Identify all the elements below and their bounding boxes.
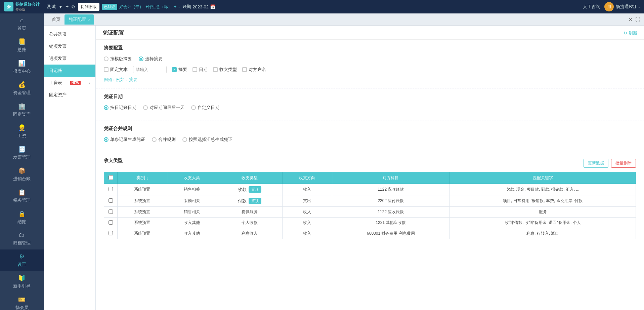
- sidebar-item-home[interactable]: ⌂ 首页: [0, 13, 44, 35]
- td-checkbox-5[interactable]: [104, 228, 118, 239]
- td-type-3: 提供服务: [217, 207, 282, 218]
- settings-icon[interactable]: ⚙: [71, 4, 75, 9]
- td-checkbox-1[interactable]: [104, 184, 118, 195]
- left-nav-public[interactable]: 公共选项: [44, 28, 95, 40]
- row-checkbox-1[interactable]: [109, 187, 113, 191]
- sidebar-item-archive[interactable]: 🗂 归档管理: [0, 228, 44, 249]
- radio-merge-rule[interactable]: 合并规则: [152, 137, 176, 143]
- badge-2: +好生意（标）: [145, 4, 172, 10]
- sidebar-label-invoice: 发票管理: [13, 154, 31, 160]
- user-avatar-area[interactable]: 用 畅捷通B组...: [604, 2, 640, 11]
- consult-link[interactable]: 人工咨询: [583, 4, 600, 10]
- sidebar-label-payroll: 工资: [17, 133, 26, 139]
- topbar-right: 人工咨询 用 畅捷通B组...: [583, 2, 640, 11]
- radio-single-record[interactable]: 单条记录生成凭证: [104, 137, 145, 143]
- left-nav-fixed-assets[interactable]: 固定资产: [44, 89, 95, 101]
- row-checkbox-4[interactable]: [109, 220, 113, 225]
- td-checkbox-3[interactable]: [104, 207, 118, 218]
- ledger-icon: 📒: [18, 38, 26, 45]
- radio-template-summary[interactable]: 按模版摘要: [104, 56, 132, 62]
- maximize-window-icon[interactable]: ⛶: [635, 17, 640, 22]
- td-account-4: 1221 其他应收款: [332, 218, 450, 228]
- add-button[interactable]: +: [66, 4, 69, 10]
- checkbox-date[interactable]: 日期: [192, 67, 208, 73]
- td-direction-4: 收入: [282, 218, 332, 228]
- tab-voucher-config[interactable]: 凭证配置 ×: [65, 14, 94, 25]
- sidebar-item-member[interactable]: 🎫 畅会员: [0, 293, 44, 310]
- checkbox-income-type[interactable]: 收支类型: [213, 67, 237, 73]
- period-value: 2023-02: [192, 4, 209, 9]
- fixed-text-input[interactable]: [133, 66, 167, 73]
- sidebar-item-ledger[interactable]: 📒 总账: [0, 35, 44, 56]
- td-direction-5: 收入: [282, 228, 332, 239]
- row-checkbox-2[interactable]: [109, 198, 113, 203]
- sidebar-item-reports[interactable]: 📊 报表中心: [0, 56, 44, 78]
- td-checkbox-4[interactable]: [104, 218, 118, 228]
- td-keywords-1: 欠款, 现金, 项目款, 到款, 报销款, 汇入, ...: [450, 184, 636, 195]
- radio-select-summary[interactable]: 选择摘要: [139, 56, 163, 62]
- td-checkbox-2[interactable]: [104, 195, 118, 207]
- invoice-icon: 🧾: [18, 146, 26, 153]
- calendar-icon[interactable]: 📅: [210, 4, 215, 9]
- td-major-4: 收入其他: [167, 218, 217, 228]
- radio-period-last-day[interactable]: 对应期间最后一天: [143, 105, 184, 111]
- checkbox-counterparty[interactable]: 对方户名: [242, 67, 266, 73]
- radio-aggregate[interactable]: 按照选择汇总生成凭证: [182, 137, 232, 143]
- checkbox-box-summary: ✓: [172, 67, 177, 72]
- sidebar-item-settings[interactable]: ⚙ 设置: [0, 249, 44, 271]
- sidebar-item-payroll[interactable]: 👷 工资: [0, 121, 44, 142]
- update-data-button[interactable]: 更新数据: [584, 159, 608, 168]
- username: 畅捷通B组...: [616, 4, 640, 10]
- logo-text: 畅捷通好会计: [15, 2, 40, 7]
- sidebar-item-tax[interactable]: 📋 税务管理: [0, 185, 44, 207]
- td-account-5: 660301 财务费用 利息费用: [332, 228, 450, 239]
- td-keywords-4: 收到*借款, 收到*备用金, 退回*备用金, 个人: [450, 218, 636, 228]
- sidebar-item-closing[interactable]: 🔒 结账: [0, 207, 44, 228]
- date-title: 凭证日期: [104, 94, 636, 100]
- switch-version-button[interactable]: 切到旧版: [78, 3, 99, 11]
- close-window-icon[interactable]: ✕: [629, 17, 633, 22]
- th-checkbox[interactable]: [104, 172, 118, 184]
- checkbox-summary[interactable]: ✓ 摘要: [172, 67, 187, 73]
- example-text: 例如：例如：摘要: [104, 77, 636, 83]
- merge-section: 凭证合并规则 单条记录生成凭证 合并规则 按照选择汇总生成凭证: [96, 120, 644, 152]
- tab-bar: 首页 凭证配置 × ✕ ⛶: [44, 13, 644, 26]
- badge-1: 好会计（专）: [119, 4, 143, 10]
- th-income-type: 收支类型: [217, 172, 282, 184]
- batch-delete-button[interactable]: 批量删除: [611, 159, 636, 168]
- checkbox-box-date: [192, 67, 197, 72]
- row-checkbox-5[interactable]: [109, 231, 113, 235]
- sidebar-item-purchase[interactable]: 📦 进销台账: [0, 164, 44, 185]
- radio-journal-date[interactable]: 按日记账日期: [104, 105, 136, 111]
- sidebar-item-guide[interactable]: 🔰 新手引导: [0, 271, 44, 293]
- sidebar-item-assets[interactable]: 🏢 固定资产: [0, 99, 44, 121]
- checkbox-box-counterparty: [242, 67, 247, 72]
- badge-3: +...: [174, 4, 180, 9]
- left-nav-purchase-invoice[interactable]: 进项发票: [44, 52, 95, 65]
- purchase-icon: 📦: [18, 167, 26, 175]
- sidebar-label-guide: 新手引导: [13, 283, 31, 289]
- td-category-3: 系统预置: [118, 207, 167, 218]
- th-category[interactable]: 类别↓: [118, 172, 167, 184]
- left-nav-payroll-sheet[interactable]: 工资表 NEW ›: [44, 77, 95, 89]
- sidebar-item-funds[interactable]: 💰 资金管理: [0, 78, 44, 99]
- tab-close-icon[interactable]: ×: [88, 17, 90, 22]
- sidebar-item-invoice[interactable]: 🧾 发票管理: [0, 142, 44, 164]
- company-dropdown-icon[interactable]: ▼: [58, 4, 63, 9]
- company-name: 测试: [47, 4, 56, 10]
- row-checkbox-3[interactable]: [109, 209, 113, 214]
- select-all-checkbox[interactable]: [109, 175, 113, 180]
- top-tag-2[interactable]: 置顶: [249, 198, 261, 204]
- merge-radio-group: 单条记录生成凭证 合并规则 按照选择汇总生成凭证: [104, 137, 636, 143]
- sidebar-label-ledger: 总账: [17, 47, 26, 53]
- tab-home[interactable]: 首页: [48, 14, 65, 25]
- td-category-1: 系统预置: [118, 184, 167, 195]
- left-nav-journal[interactable]: 日记账: [44, 65, 95, 77]
- radio-custom-date[interactable]: 自定义日期: [191, 105, 219, 111]
- status-badges: 已认证 好会计（专） +好生意（标） +...: [102, 4, 180, 10]
- top-tag-1[interactable]: 置顶: [249, 186, 261, 193]
- td-type-1: 收款 置顶: [217, 184, 282, 195]
- left-nav-sales-invoice[interactable]: 销项发票: [44, 40, 95, 52]
- refresh-button[interactable]: ↻ 刷新: [624, 30, 637, 36]
- checkbox-fixed-text[interactable]: 固定文本: [104, 67, 128, 73]
